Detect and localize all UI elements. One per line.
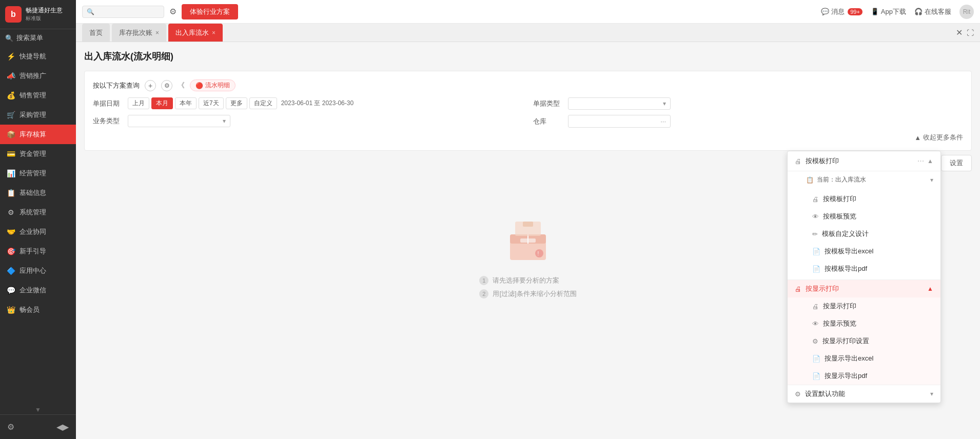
message-label: 消息 [831,7,845,16]
download-icon: 📱 [871,8,879,15]
date-range-text: 2023-06-01 至 2023-06-30 [281,99,354,108]
doctype-arrow-icon: ▾ [663,100,666,107]
user-profile[interactable]: Rit [959,5,974,19]
online-service-label: 在线客服 [925,7,951,16]
topbar-search[interactable]: 🔍 [82,6,164,18]
filter-settings-button[interactable]: ⚙ [161,80,172,91]
sidebar-item-finance[interactable]: 💳 资金管理 [0,144,76,164]
topbar-right: 💬 消息 99+ 📱 App下载 🎧 在线客服 Rit [821,5,974,19]
filter-collapse-button[interactable]: 《 [178,81,185,90]
date-btn-custom[interactable]: 自定义 [249,97,277,109]
page-title: 出入库流水(流水明细) [84,50,972,63]
dropdown-template-preview[interactable]: 👁 按模板预览 [788,208,940,225]
tab-inventory-batch-close[interactable]: × [155,29,159,36]
tab-home[interactable]: 首页 [82,24,110,42]
display-section-items: 🖨 按显示打印 👁 按显示预览 ⚙ 按显示打印设置 📄 [788,297,940,385]
dropdown-display-export-excel[interactable]: 📄 按显示导出excel [788,350,940,367]
template-pdf-icon: 📄 [812,265,820,273]
sidebar-item-marketing[interactable]: 📣 营销推广 [0,66,76,86]
sales-icon: 💰 [6,91,15,99]
display-pdf-icon: 📄 [812,372,820,380]
dropdown-header[interactable]: 🖨 按模板打印 ··· ▲ [788,151,940,171]
dropdown-template-export-pdf[interactable]: 📄 按模板导出pdf [788,260,940,277]
sidebar-label-member: 畅会员 [19,305,40,314]
sidebar-label-inventory: 库存核算 [19,130,46,139]
dropdown-current-sub[interactable]: 📋 当前：出入库流水 ▾ [788,171,940,188]
tab-inout-flow[interactable]: 出入库流水 × [168,24,223,42]
sidebar-item-quick-nav[interactable]: ⚡ 快捷导航 [0,47,76,66]
purchase-icon: 🛒 [6,111,15,119]
sidebar-item-newbie[interactable]: 🎯 新手引导 [0,242,76,261]
sidebar-label-enterprise: 企业协同 [19,227,46,236]
sidebar-item-enterprise-wechat[interactable]: 💬 企业微信 [0,281,76,300]
dropdown-display-print[interactable]: 🖨 按显示打印 [788,297,940,315]
topbar-search-icon: 🔍 [87,8,94,15]
date-btn-this-year[interactable]: 本年 [175,97,197,109]
sidebar-item-app-center[interactable]: 🔷 应用中心 [0,261,76,281]
tab-inventory-batch[interactable]: 库存批次账 × [112,24,166,42]
date-btn-this-month[interactable]: 本月 [151,97,173,109]
inventory-icon: 📦 [6,130,15,138]
template-section: 🖨 按模板打印 👁 按模板预览 ✏ 模板自定义设计 📄 按模板导出excel [788,188,940,280]
date-btn-7days[interactable]: 近7天 [199,97,224,109]
topbar-message[interactable]: 💬 消息 99+ [821,7,863,16]
industry-solution-button[interactable]: 体验行业方案 [182,4,238,19]
sidebar-label-marketing: 营销推广 [19,71,46,81]
dropdown-display-print-settings[interactable]: ⚙ 按显示打印设置 [788,332,940,350]
date-field-value: 上月 本月 本年 近7天 更多 自定义 2023-06-01 至 2023-06… [128,97,523,109]
dropdown-template-custom[interactable]: ✏ 模板自定义设计 [788,225,940,243]
dropdown-display-export-pdf[interactable]: 📄 按显示导出pdf [788,367,940,385]
sidebar-settings-btn[interactable]: ⚙ [5,420,16,434]
collapse-label: 收起更多条件 [923,133,963,142]
collapse-more-button[interactable]: ▲ 收起更多条件 [914,133,963,142]
sidebar-item-inventory[interactable]: 📦 库存核算 [0,125,76,144]
sidebar-item-enterprise[interactable]: 🤝 企业协同 [0,222,76,242]
doctype-select[interactable]: ▾ [568,97,671,110]
search-label: 搜索菜单 [16,33,43,43]
sidebar-item-basic[interactable]: 📋 基础信息 [0,183,76,203]
template-print-dropdown: 🖨 按模板打印 ··· ▲ 📋 当前：出入库流水 ▾ [787,151,941,403]
sidebar-item-purchase[interactable]: 🛒 采购管理 [0,105,76,125]
dropdown-footer[interactable]: ⚙ 设置默认功能 ▾ [788,385,940,403]
sidebar-item-operation[interactable]: 📊 经营管理 [0,164,76,183]
finance-icon: 💳 [6,150,15,158]
sidebar-item-member[interactable]: 👑 畅会员 [0,300,76,320]
filter-add-button[interactable]: + [145,80,156,91]
topbar-app-download[interactable]: 📱 App下载 [871,7,906,16]
sidebar-item-system[interactable]: ⚙ 系统管理 [0,203,76,222]
tab-maximize-btn[interactable]: ⛶ [967,29,974,37]
filter-row-1: 单据日期 上月 本月 本年 近7天 更多 自定义 2023-06-01 至 20… [93,97,963,110]
business-select[interactable]: ▾ [128,115,230,127]
date-label: 单据日期 [93,99,124,108]
topbar-settings-icon[interactable]: ⚙ [169,7,177,16]
marketing-icon: 📣 [6,72,15,80]
footer-label: 设置默认功能 [805,389,845,398]
tab-inout-flow-close[interactable]: × [212,29,215,36]
settings-button[interactable]: 设置 [941,155,972,171]
enterprise-icon: 🤝 [6,228,15,236]
system-icon: ⚙ [6,208,15,216]
tip-text-1: 请先选择要分析的方案 [493,276,559,285]
filter-tag[interactable]: 🔴 流水明细 [190,79,236,91]
sidebar-collapse-btn[interactable]: ◀▶ [54,420,71,434]
date-btn-last-month[interactable]: 上月 [128,97,149,109]
display-section-header[interactable]: 🖨 按显示打印 ▲ [788,280,940,297]
sidebar-scroll-down[interactable]: ▼ [0,405,76,414]
display-preview-icon: 👁 [812,320,819,328]
display-settings-icon: ⚙ [812,337,818,345]
dropdown-footer-left: ⚙ 设置默认功能 [795,389,845,398]
dropdown-template-export-excel[interactable]: 📄 按模板导出excel [788,243,940,260]
dropdown-template-print[interactable]: 🖨 按模板打印 [788,190,940,208]
topbar-online-service[interactable]: 🎧 在线客服 [914,7,951,16]
display-print-icon: 🖨 [812,303,819,310]
sidebar-search[interactable]: 🔍 搜索菜单 [0,29,76,47]
sidebar-item-sales[interactable]: 💰 销售管理 [0,86,76,105]
display-section-label: 按显示打印 [806,284,839,293]
tab-close-all-btn[interactable]: ✕ [956,28,963,37]
sidebar-nav: ⚡ 快捷导航 📣 营销推广 💰 销售管理 🛒 采购管理 📦 库存核算 💳 资金管… [0,47,76,405]
date-btn-more[interactable]: 更多 [226,97,247,109]
dropdown-display-preview[interactable]: 👁 按显示预览 [788,315,940,332]
warehouse-select[interactable]: ··· [568,115,671,128]
app-center-icon: 🔷 [6,267,15,275]
quick-nav-icon: ⚡ [6,52,15,61]
